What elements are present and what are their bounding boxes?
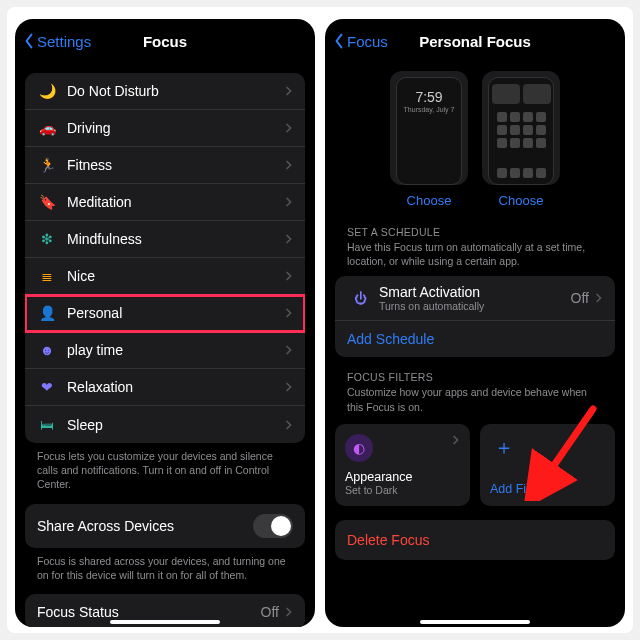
screen-previews: 7:59 Thursday, July 7 Choose Choose: [335, 63, 615, 212]
filters-sub: Customize how your apps and device behav…: [325, 385, 625, 417]
focus-row-do-not-disturb[interactable]: 🌙Do Not Disturb: [25, 73, 305, 110]
phone-left: Settings Focus 🌙Do Not Disturb🚗Driving🏃F…: [15, 19, 315, 627]
smart-activation-row[interactable]: ⏻ Smart Activation Turns on automaticall…: [335, 276, 615, 321]
row-label: play time: [67, 342, 285, 358]
chevron-right-icon: [285, 196, 293, 208]
row-icon: 👤: [35, 305, 59, 321]
row-label: Meditation: [67, 194, 285, 210]
chevron-right-icon: [285, 307, 293, 319]
chevron-right-icon: [285, 233, 293, 245]
home-indicator: [110, 620, 220, 624]
focus-row-driving[interactable]: 🚗Driving: [25, 110, 305, 147]
row-icon: 🏃: [35, 157, 59, 173]
chevron-right-icon: [285, 159, 293, 171]
lockscreen-preview[interactable]: 7:59 Thursday, July 7: [390, 71, 468, 185]
appearance-sub: Set to Dark: [345, 484, 460, 496]
preview-time: 7:59: [415, 90, 442, 104]
row-label: Nice: [67, 268, 285, 284]
navbar: Focus Personal Focus: [325, 19, 625, 63]
focus-footnote: Focus lets you customize your devices an…: [15, 443, 315, 492]
filters-row: ◐ Appearance Set to Dark ＋ Add Filter: [335, 424, 615, 506]
smart-title: Smart Activation: [379, 284, 571, 300]
chevron-right-icon: [452, 434, 460, 446]
appearance-title: Appearance: [345, 470, 460, 484]
appearance-icon: ◐: [345, 434, 373, 462]
row-label: Fitness: [67, 157, 285, 173]
row-icon: ❇︎: [35, 231, 59, 247]
appearance-filter-card[interactable]: ◐ Appearance Set to Dark: [335, 424, 470, 506]
share-footnote: Focus is shared across your devices, and…: [15, 548, 315, 582]
schedule-header: SET A SCHEDULE: [325, 212, 625, 240]
focus-row-sleep[interactable]: 🛏Sleep: [25, 406, 305, 443]
row-icon: ☻: [35, 342, 59, 358]
back-button[interactable]: Settings: [23, 33, 91, 50]
home-indicator: [420, 620, 530, 624]
focus-row-fitness[interactable]: 🏃Fitness: [25, 147, 305, 184]
status-label: Focus Status: [37, 604, 119, 620]
add-filter-card[interactable]: ＋ Add Filter: [480, 424, 615, 506]
smart-value: Off: [571, 290, 589, 306]
row-label: Relaxation: [67, 379, 285, 395]
plus-icon: ＋: [490, 434, 518, 462]
delete-focus-button[interactable]: Delete Focus: [335, 520, 615, 560]
row-icon: 🚗: [35, 120, 59, 136]
focus-row-play-time[interactable]: ☻play time: [25, 332, 305, 369]
back-label: Focus: [347, 33, 388, 50]
row-label: Driving: [67, 120, 285, 136]
choose-homescreen[interactable]: Choose: [499, 193, 544, 208]
row-icon: 🌙: [35, 83, 59, 99]
chevron-right-icon: [285, 344, 293, 356]
preview-day: Thursday, July 7: [404, 106, 455, 113]
row-label: Mindfulness: [67, 231, 285, 247]
chevron-right-icon: [285, 85, 293, 97]
focus-row-nice[interactable]: ≣Nice: [25, 258, 305, 295]
schedule-section: ⏻ Smart Activation Turns on automaticall…: [335, 276, 615, 357]
filters-header: FOCUS FILTERS: [325, 357, 625, 385]
row-label: Do Not Disturb: [67, 83, 285, 99]
smart-sub: Turns on automatically: [379, 300, 571, 312]
chevron-right-icon: [285, 270, 293, 282]
homescreen-preview[interactable]: [482, 71, 560, 185]
power-icon: ⏻: [347, 291, 373, 306]
chevron-right-icon: [285, 122, 293, 134]
row-icon: ❤︎: [35, 379, 59, 395]
chevron-right-icon: [285, 381, 293, 393]
share-toggle[interactable]: [253, 514, 293, 538]
add-filter-label: Add Filter: [490, 482, 605, 496]
row-icon: 🔖: [35, 194, 59, 210]
share-section: Share Across Devices: [25, 504, 305, 548]
choose-lockscreen[interactable]: Choose: [407, 193, 452, 208]
share-label: Share Across Devices: [37, 518, 174, 534]
phone-right: Focus Personal Focus 7:59 Thursday, July…: [325, 19, 625, 627]
schedule-sub: Have this Focus turn on automatically at…: [325, 240, 625, 272]
row-label: Sleep: [67, 417, 285, 433]
row-icon: ≣: [35, 268, 59, 284]
row-label: Personal: [67, 305, 285, 321]
add-schedule-button[interactable]: Add Schedule: [335, 321, 615, 357]
chevron-right-icon: [285, 419, 293, 431]
back-label: Settings: [37, 33, 91, 50]
back-button[interactable]: Focus: [333, 33, 388, 50]
focus-row-relaxation[interactable]: ❤︎Relaxation: [25, 369, 305, 406]
share-across-devices-row[interactable]: Share Across Devices: [25, 504, 305, 548]
focus-row-personal[interactable]: 👤Personal: [25, 295, 305, 332]
row-icon: 🛏: [35, 417, 59, 433]
status-value: Off: [261, 604, 279, 620]
navbar: Settings Focus: [15, 19, 315, 63]
focus-row-mindfulness[interactable]: ❇︎Mindfulness: [25, 221, 305, 258]
focus-list: 🌙Do Not Disturb🚗Driving🏃Fitness🔖Meditati…: [25, 73, 305, 443]
focus-row-meditation[interactable]: 🔖Meditation: [25, 184, 305, 221]
